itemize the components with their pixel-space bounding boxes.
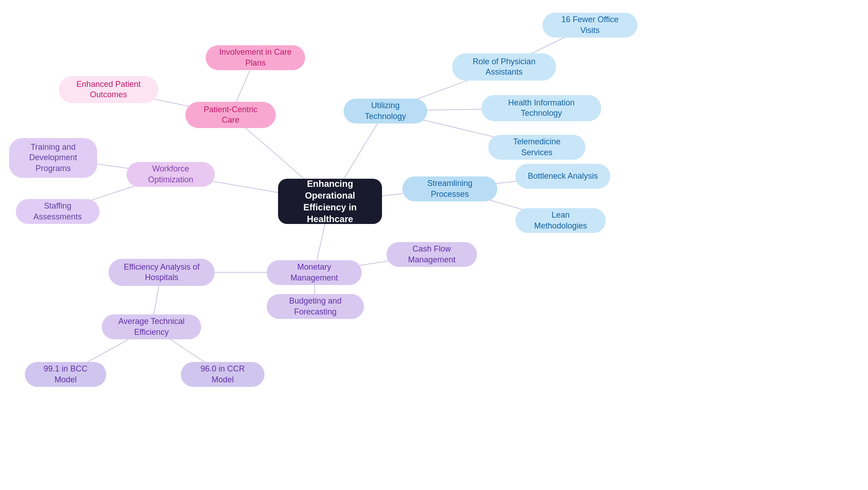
bottleneck-analysis-node: Bottleneck Analysis — [515, 164, 610, 189]
avg-technical-efficiency-node: Average Technical Efficiency — [102, 314, 201, 339]
enhanced-patient-outcomes-node: Enhanced Patient Outcomes — [59, 76, 158, 103]
streamlining-processes-node: Streamlining Processes — [402, 176, 497, 201]
efficiency-analysis-node: Efficiency Analysis of Hospitals — [108, 259, 215, 286]
workforce-optimization-node: Workforce Optimization — [127, 162, 215, 187]
patient-centric-care-node: Patient-Centric Care — [185, 102, 276, 128]
telemedicine-services-node: Telemedicine Services — [488, 135, 585, 160]
center-node: Enhancing Operational Efficiency in Heal… — [278, 179, 382, 224]
bcc-model-node: 99.1 in BCC Model — [25, 362, 106, 387]
role-physician-assistants-node: Role of Physician Assistants — [452, 53, 556, 81]
lean-methodologies-node: Lean Methodologies — [515, 208, 606, 233]
training-development-node: Training and Development Programs — [9, 138, 97, 178]
staffing-assessments-node: Staffing Assessments — [16, 199, 99, 224]
cash-flow-management-node: Cash Flow Management — [387, 242, 477, 267]
utilizing-technology-node: Utilizing Technology — [344, 99, 427, 124]
health-info-tech-node: Health Information Technology — [481, 95, 601, 121]
fewer-office-visits-node: 16 Fewer Office Visits — [542, 13, 637, 38]
budgeting-forecasting-node: Budgeting and Forecasting — [267, 294, 364, 319]
involvement-care-plans-node: Involvement in Care Plans — [206, 45, 305, 70]
ccr-model-node: 96.0 in CCR Model — [181, 362, 264, 387]
monetary-management-node: Monetary Management — [267, 260, 362, 285]
